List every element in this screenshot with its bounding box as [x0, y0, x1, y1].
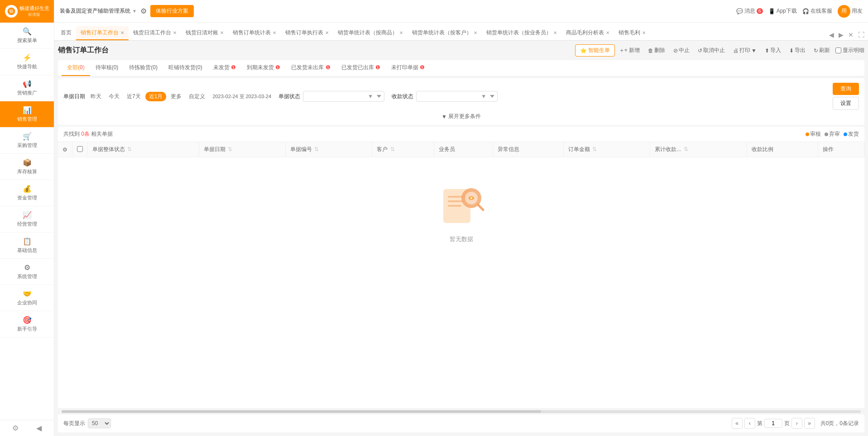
payment-select[interactable]: ▼	[416, 91, 498, 102]
sidebar-item-marketing[interactable]: 📢 营销推广	[0, 75, 54, 101]
online-service-button[interactable]: 🎧 在线客服	[802, 7, 832, 15]
tab-margin[interactable]: 商品毛利分析表 ✕	[561, 26, 614, 40]
th-customer[interactable]: 客户 ⇅	[372, 142, 434, 157]
message-button[interactable]: 💬 消息 6	[736, 7, 763, 15]
export-button[interactable]: ⬇ 导出	[786, 45, 808, 56]
collapse-icon[interactable]: ◀	[36, 424, 42, 432]
tab-fullscreen-icon[interactable]: ⛶	[856, 29, 866, 40]
th-number[interactable]: 单据编号 ⇅	[286, 142, 372, 157]
delete-button[interactable]: 🗑 删除	[645, 45, 668, 56]
filter-tab-unshipped[interactable]: 未发货 ❶	[208, 60, 241, 76]
user-menu-button[interactable]: 用 用友	[838, 5, 863, 18]
page-prev-button[interactable]: ‹	[744, 418, 755, 429]
audit-action-button[interactable]: 审核	[806, 130, 821, 138]
sidebar-item-quick-nav[interactable]: ⚡ 快捷导航	[0, 49, 54, 75]
import-button[interactable]: ⬆ 导入	[762, 45, 784, 56]
tab-prev-icon[interactable]: ◀	[827, 29, 836, 40]
sidebar-item-system[interactable]: ⚙ 系统管理	[0, 259, 54, 285]
page-size-select-input[interactable]: 10 20 50 100	[88, 418, 111, 428]
tab-close-icon[interactable]: ✕	[399, 30, 403, 35]
sidebar-item-guide[interactable]: 🎯 新手引导	[0, 311, 54, 337]
print-button[interactable]: 🖨 打印 ▼	[730, 45, 759, 56]
bottom-scrollbar[interactable]	[58, 408, 864, 414]
th-date[interactable]: 单据日期 ⇅	[199, 142, 285, 157]
date-opt-7days[interactable]: 近7天	[124, 92, 144, 101]
stop-button[interactable]: ⊘ 中止	[671, 45, 692, 56]
filter-tab-wangpu-ship[interactable]: 旺铺待发货(0)	[163, 60, 208, 76]
tab-next-icon[interactable]: ▶	[837, 29, 845, 40]
ship-action-button[interactable]: 发货	[844, 130, 859, 138]
show-detail-checkbox[interactable]: 显示明细	[835, 47, 864, 54]
page-next-button[interactable]: ›	[791, 418, 802, 429]
th-order-amount[interactable]: 订单金额 ⇅	[564, 142, 650, 157]
tab-sales-product[interactable]: 销货单统计表（按商品） ✕	[333, 26, 408, 40]
sidebar-item-inventory[interactable]: 📦 库存核算	[0, 154, 54, 180]
tab-reconcile[interactable]: 钱货日清对账 ✕	[181, 26, 228, 40]
tab-order-stats[interactable]: 销售订单统计表 ✕	[228, 26, 281, 40]
settings-button[interactable]: 设置	[833, 97, 859, 110]
sidebar-item-basic[interactable]: 📋 基础信息	[0, 232, 54, 259]
cancel-stop-button[interactable]: ↺ 取消中止	[695, 45, 728, 56]
filter-tab-shipped-in-stock[interactable]: 已发货已出库 ❶	[336, 60, 386, 76]
sidebar-item-sales[interactable]: 📊 销售管理	[0, 101, 54, 128]
tab-order-exec[interactable]: 销售订单执行表 ✕	[281, 26, 333, 40]
date-opt-1month[interactable]: 近1月	[145, 92, 167, 101]
tab-close-icon[interactable]: ✕	[120, 30, 124, 35]
tab-home[interactable]: 首页	[56, 26, 76, 40]
filter-tab-pending-inspect[interactable]: 待拣验货(0)	[124, 60, 163, 76]
tab-sales-staff[interactable]: 销货单统计表（按业务员） ✕	[482, 26, 561, 40]
status-select[interactable]: ▼	[303, 91, 384, 102]
tab-close-icon[interactable]: ✕	[325, 30, 329, 35]
sidebar-item-search[interactable]: 🔍 搜索菜单	[0, 23, 54, 49]
detail-checkbox-input[interactable]	[835, 47, 841, 53]
filter-tab-shipped-no-stock[interactable]: 已发货未出库 ❶	[286, 60, 336, 76]
sidebar-item-finance[interactable]: 💰 资金管理	[0, 180, 54, 206]
add-button[interactable]: + + 新增	[618, 45, 643, 56]
sidebar-item-purchase[interactable]: 🛒 采购管理	[0, 128, 54, 154]
industry-button[interactable]: 体验行业方案	[150, 5, 194, 17]
tab-close-icon[interactable]: ✕	[606, 30, 609, 35]
date-opt-more[interactable]: 更多	[168, 92, 184, 101]
app-download-button[interactable]: 📱 App下载	[768, 7, 797, 15]
tab-sales-margin[interactable]: 销售毛利 ✕	[614, 26, 650, 40]
smart-generate-button[interactable]: ⭐ 智能生单	[575, 44, 615, 57]
date-opt-yesterday[interactable]: 昨天	[88, 92, 104, 101]
th-settings[interactable]: ⚙	[58, 142, 72, 157]
filter-tab-pending-review[interactable]: 待审核(0)	[90, 60, 124, 76]
refresh-button[interactable]: ↻ 刷新	[811, 45, 833, 56]
filter-tab-overdue-unshipped[interactable]: 到期未发货 ❶	[241, 60, 286, 76]
date-opt-today[interactable]: 今天	[106, 92, 122, 101]
tab-close-all-icon[interactable]: ✕	[846, 29, 855, 40]
query-button[interactable]: 查询	[833, 83, 859, 95]
page-last-button[interactable]: »	[804, 418, 815, 429]
filter-tab-all[interactable]: 全部(0)	[62, 60, 90, 76]
tab-close-icon[interactable]: ✕	[273, 30, 276, 35]
page-number-input[interactable]	[764, 419, 782, 428]
tab-close-icon[interactable]: ✕	[173, 30, 177, 35]
th-status[interactable]: 单据整体状态 ⇅	[88, 142, 199, 157]
tab-close-icon[interactable]: ✕	[553, 30, 557, 35]
filter-tab-unprinted[interactable]: 未打印单据 ❶	[386, 60, 430, 76]
scroll-thumb[interactable]	[62, 410, 541, 413]
tab-sales-customer[interactable]: 销货单统计表（按客户） ✕	[408, 26, 482, 40]
tab-sales-workbench[interactable]: 销售订单工作台 ✕	[76, 26, 129, 40]
tab-close-icon[interactable]: ✕	[220, 30, 224, 35]
settings-gear-icon[interactable]: ⚙	[140, 7, 147, 15]
revoke-action-button[interactable]: 弃审	[825, 130, 840, 138]
sidebar-item-operation[interactable]: 📈 经营管理	[0, 206, 54, 232]
th-checkbox[interactable]	[72, 142, 88, 157]
date-opt-custom[interactable]: 自定义	[186, 92, 208, 101]
tab-close-icon[interactable]: ✕	[642, 30, 646, 35]
th-accumulated-payment[interactable]: 累计收款... ⇅	[650, 142, 747, 157]
tab-daily-clear[interactable]: 钱货日清工作台 ✕	[129, 26, 181, 40]
scroll-track[interactable]	[62, 410, 861, 413]
page-first-button[interactable]: «	[732, 418, 743, 429]
sidebar-label-inventory: 库存核算	[17, 168, 37, 175]
expand-conditions-button[interactable]: ▼ 展开更多条件	[441, 113, 481, 120]
select-all-checkbox[interactable]	[77, 146, 83, 152]
tab-bar-actions: ◀ ▶ ✕ ⛶	[827, 29, 866, 40]
table-scroll[interactable]: ⚙ 单据整体状态 ⇅ 单据日期 ⇅	[58, 142, 864, 408]
sidebar-item-coop[interactable]: 🤝 企业协同	[0, 285, 54, 311]
settings-bottom-icon[interactable]: ⚙	[12, 424, 19, 432]
tab-close-icon[interactable]: ✕	[474, 30, 477, 35]
